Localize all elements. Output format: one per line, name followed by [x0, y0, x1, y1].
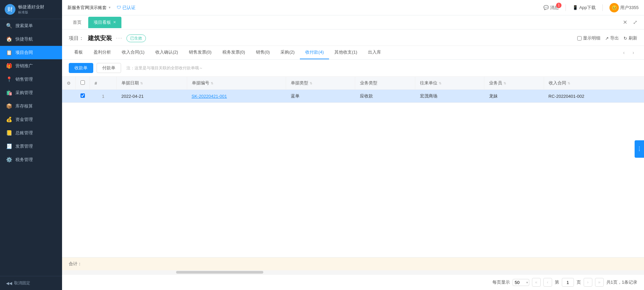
prev-page-button[interactable]: ‹: [543, 278, 552, 287]
maximize-window-button[interactable]: ⤢: [631, 19, 639, 26]
sidebar-item-sales[interactable]: 📍 销售管理: [0, 73, 62, 86]
sidebar-item-purchase[interactable]: 🛍️ 采购管理: [0, 86, 62, 99]
th-partner[interactable]: 往来单位 ⇅: [415, 77, 484, 90]
user-menu[interactable]: 😊 用户3355: [609, 3, 639, 12]
sidebar-item-invoice[interactable]: 🧾 发票管理: [0, 140, 62, 153]
select-all-checkbox[interactable]: [80, 80, 85, 85]
sidebar-item-tax[interactable]: ⚙️ 税务管理: [0, 153, 62, 166]
row-date-value: 2022-04-21: [121, 94, 144, 99]
td-row-code[interactable]: SK-20220421-001: [187, 90, 286, 103]
phone-icon: 📱: [573, 5, 578, 10]
horizontal-scrollbar[interactable]: [62, 270, 644, 274]
th-biz-type-label: 业务类型: [360, 80, 377, 85]
sidebar: 财 畅捷通好业财 标准版 🔍 搜索菜单 🏠 快捷导航 📋 项目合同 🎁 营销推广…: [0, 0, 62, 290]
sub-tab-tax-invoice[interactable]: 税务发票(0): [217, 46, 251, 59]
last-page-button[interactable]: »: [595, 278, 604, 287]
sort-icon-salesman: ⇅: [503, 81, 506, 85]
project-more-button[interactable]: ···: [116, 35, 122, 41]
sort-icon-type: ⇅: [310, 81, 312, 85]
th-date[interactable]: 单据日期 ⇅: [117, 77, 187, 90]
account-selector[interactable]: 新服务官网演示账套 ▾: [67, 5, 111, 11]
tab-project-board[interactable]: 项目看板 ✕: [88, 17, 121, 28]
search-icon: 🔍: [6, 23, 12, 29]
refresh-button[interactable]: ↻ 刷新: [624, 35, 637, 41]
sidebar-item-contract[interactable]: 📋 项目合同: [0, 46, 62, 59]
show-detail-input[interactable]: [577, 36, 582, 41]
sub-tab-kanban[interactable]: 看板: [69, 46, 88, 59]
th-type[interactable]: 单据类型 ⇅: [286, 77, 355, 90]
first-page-icon: «: [535, 280, 537, 285]
page-size-label: 每页显示: [492, 279, 510, 285]
receipt-filter-button[interactable]: 收款单: [69, 63, 93, 73]
th-salesman[interactable]: 业务员 ⇅: [484, 77, 544, 90]
total-row: 合计：: [62, 257, 644, 270]
export-button[interactable]: ↗ 导出: [605, 35, 619, 41]
page-size-select[interactable]: 20 50 100: [513, 279, 529, 286]
sub-tab-profit[interactable]: 盈利分析: [88, 46, 116, 59]
sidebar-item-search[interactable]: 🔍 搜索菜单: [0, 19, 62, 32]
row-checkbox[interactable]: [80, 93, 85, 98]
th-code[interactable]: 单据编号 ⇅: [187, 77, 286, 90]
close-window-button[interactable]: ✕: [621, 19, 629, 26]
prev-page-icon: ‹: [547, 280, 548, 285]
sub-tab-kanban-label: 看板: [74, 50, 83, 55]
td-row-type: 蓝单: [286, 90, 355, 103]
sales-icon: 📍: [6, 76, 12, 82]
settings-icon: ⚙: [67, 81, 71, 86]
avatar: 😊: [609, 3, 619, 12]
sidebar-item-funds[interactable]: 💰 资金管理: [0, 113, 62, 126]
sidebar-item-quicknav[interactable]: 🏠 快捷导航: [0, 32, 62, 46]
sub-tab-income-contract[interactable]: 收入合同(1): [116, 46, 150, 59]
row-salesman-value: 龙妹: [489, 93, 498, 98]
sub-tab-sales-invoice-label: 销售发票(0): [189, 50, 212, 55]
sub-tab-income-confirm[interactable]: 收入确认(2): [150, 46, 183, 59]
td-row-date: 2022-04-21: [117, 90, 187, 103]
th-income-contract[interactable]: 收入合同 ⇅: [544, 77, 644, 90]
inventory-icon: 📦: [6, 103, 12, 109]
sub-tab-next-button[interactable]: ›: [629, 49, 637, 57]
sub-tab-prev-button[interactable]: ‹: [620, 49, 628, 57]
sub-tab-sales[interactable]: 销售(0): [251, 46, 275, 59]
th-num: #: [90, 77, 117, 90]
app-download-button[interactable]: 📱 App下载: [573, 5, 596, 11]
td-row-partner: 宏茂商场: [415, 90, 484, 103]
sub-tab-other-income[interactable]: 其他收支(1): [329, 46, 363, 59]
data-table: ⚙ # 单据日期 ⇅: [62, 77, 644, 103]
sidebar-item-ledger[interactable]: 📒 总账管理: [0, 126, 62, 140]
table-container: ⚙ # 单据日期 ⇅: [62, 77, 644, 257]
payment-filter-button[interactable]: 付款单: [97, 63, 121, 73]
page-number-input[interactable]: [562, 278, 574, 287]
th-checkbox[interactable]: [76, 77, 90, 90]
account-name: 新服务官网演示账套: [67, 5, 107, 11]
topbar: 新服务官网演示账套 ▾ 🛡 已认证 💬 消息 1 📱 App下载 😊 用户335…: [62, 0, 644, 15]
sidebar-item-inventory[interactable]: 📦 库存核算: [0, 99, 62, 113]
next-page-button[interactable]: ›: [584, 278, 592, 287]
sidebar-item-label-invoice: 发票管理: [15, 143, 33, 149]
sub-tab-sales-invoice[interactable]: 销售发票(0): [183, 46, 217, 59]
messages-button[interactable]: 💬 消息 1: [543, 5, 559, 11]
floating-panel-button[interactable]: ⋮: [635, 140, 644, 158]
filter-bar: 收款单 付款单 注：这里是与项目关联的全部收付款单哦～: [62, 60, 644, 77]
sidebar-item-marketing[interactable]: 🎁 营销推广: [0, 59, 62, 73]
sub-tab-purchase[interactable]: 采购(2): [275, 46, 300, 59]
tab-close-icon[interactable]: ✕: [113, 20, 116, 24]
td-row-checkbox[interactable]: [76, 90, 90, 103]
tab-home[interactable]: 首页: [67, 17, 87, 28]
sidebar-unpin[interactable]: ◀◀ 取消固定: [0, 276, 62, 290]
show-detail-checkbox[interactable]: 显示明细: [577, 35, 600, 41]
first-page-button[interactable]: «: [532, 278, 541, 287]
project-status-badge: 已生效: [126, 34, 146, 42]
row-code-link[interactable]: SK-20220421-001: [192, 94, 227, 99]
scrollbar-thumb[interactable]: [176, 271, 263, 274]
sidebar-logo: 财 畅捷通好业财 标准版: [0, 0, 62, 19]
table-row[interactable]: 1 2022-04-21 SK-20220421-001 蓝单 应收款: [62, 90, 644, 103]
sub-tab-tax-invoice-label: 税务发票(0): [222, 50, 245, 55]
sub-tab-inventory[interactable]: 出入库: [363, 46, 386, 59]
unpin-icon: ◀◀: [6, 281, 12, 286]
row-type-value: 蓝单: [291, 93, 300, 98]
sort-icon-code: ⇅: [211, 81, 213, 85]
sub-tab-payment[interactable]: 收付款(4): [300, 46, 329, 59]
th-settings[interactable]: ⚙: [62, 77, 76, 90]
sidebar-item-label-inventory: 库存核算: [15, 103, 33, 109]
sort-icon-partner: ⇅: [439, 81, 441, 85]
